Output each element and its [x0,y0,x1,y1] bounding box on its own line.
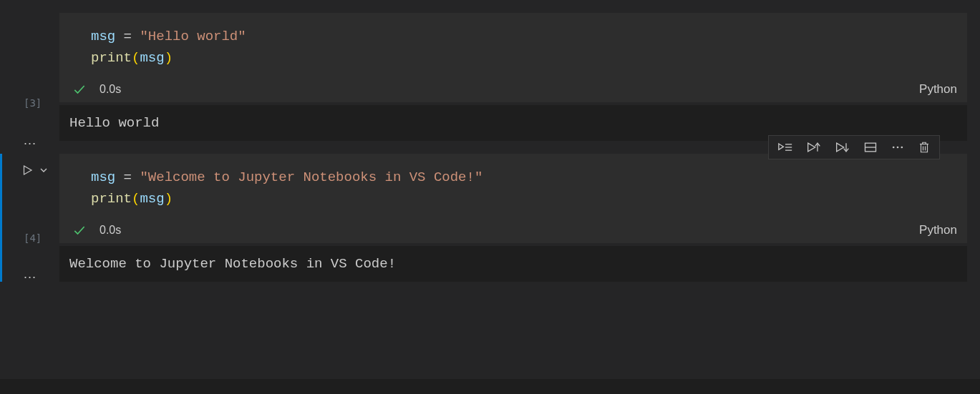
execution-time-label: 0.0s [100,224,121,237]
notebook-cell[interactable]: [4] ··· [0,154,980,282]
code-token: ( [132,191,140,207]
cell-content: msg = "Welcome to Jupyter Notebooks in V… [59,154,967,282]
cell-language-label[interactable]: Python [919,82,957,97]
code-token: "Welcome to Jupyter Notebooks in VS Code… [140,169,482,185]
svg-point-13 [901,146,903,148]
output-menu-icon[interactable]: ··· [24,136,37,151]
code-editor[interactable]: msg = "Welcome to Jupyter Notebooks in V… [59,154,967,219]
code-token: msg [140,191,164,207]
success-check-icon [72,82,87,97]
execution-count-label: [4] [24,232,42,244]
code-token: msg [91,29,115,44]
cell-language-label[interactable]: Python [919,223,957,237]
more-actions-icon[interactable] [891,140,905,154]
success-check-icon [72,223,87,237]
cell-gutter: [3] ··· [2,13,59,141]
code-token: print [91,50,132,66]
code-token: print [91,191,132,207]
notebook-editor: [3] ··· msg = "Hello world" print(msg) 0… [0,0,980,379]
svg-marker-1 [779,144,784,149]
code-token: = [115,169,140,185]
cell-status-bar: 0.0s Python [59,78,967,102]
execution-count-label: [3] [24,97,42,109]
chevron-down-icon[interactable] [38,164,49,176]
code-token: msg [91,169,115,185]
split-cell-icon[interactable] [863,140,878,154]
code-token: ) [165,50,173,66]
code-token: ( [132,50,140,66]
svg-point-11 [893,146,895,148]
delete-cell-icon[interactable] [918,140,931,154]
execute-cell-and-below-icon[interactable] [835,140,850,154]
cell-output: Welcome to Jupyter Notebooks in VS Code! [59,246,967,282]
cell-content: msg = "Hello world" print(msg) 0.0s Pyth… [59,13,967,141]
cell-toolbar [768,135,940,159]
cell-status-bar: 0.0s Python [59,219,967,243]
svg-marker-7 [837,143,844,152]
execute-above-cells-icon[interactable] [806,140,822,154]
cell-gutter: [4] ··· [2,154,59,282]
run-by-line-icon[interactable] [777,140,793,154]
bottom-strip [0,379,980,393]
execution-time-label: 0.0s [100,83,121,96]
code-editor[interactable]: msg = "Hello world" print(msg) [59,13,967,78]
run-cell-icon[interactable] [21,164,34,177]
svg-marker-0 [24,166,32,174]
svg-marker-5 [808,143,815,152]
output-menu-icon[interactable]: ··· [24,270,37,285]
code-token: msg [140,50,164,66]
code-token: "Hello world" [140,29,246,44]
code-token: = [115,29,140,44]
code-token: ) [165,191,173,207]
svg-point-12 [897,146,899,148]
notebook-cell[interactable]: [3] ··· msg = "Hello world" print(msg) 0… [0,13,980,141]
